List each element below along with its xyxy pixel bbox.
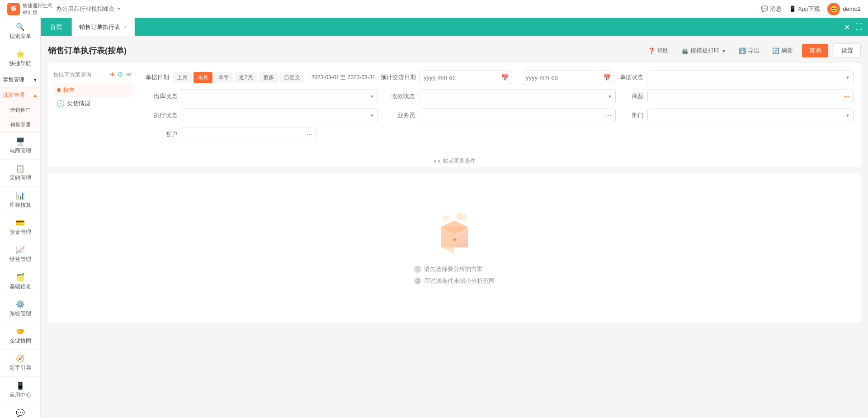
avatar: 😊 <box>827 3 840 15</box>
sidebar-item-newbie[interactable]: 🧭 新手引导 <box>0 350 40 377</box>
exec-status-select[interactable] <box>181 109 378 122</box>
scheme-circle-icon: ○ <box>57 100 64 107</box>
tab-window-actions: ✕ ⛶ <box>839 18 868 36</box>
print-chevron-icon: ▼ <box>722 48 726 53</box>
app-selector[interactable]: 办公用品行业模拟账套 ▼ <box>56 5 121 13</box>
chevron-down-icon: ▼ <box>117 6 121 11</box>
export-icon: ⬇️ <box>739 48 746 54</box>
single-status-select-wrapper: ▼ <box>647 71 854 84</box>
collection-status-group: 收款状态 ▼ <box>383 90 616 103</box>
edit-scheme-button[interactable]: ⊙ <box>118 71 123 79</box>
search-icon: 🔍 <box>16 23 25 31</box>
filter-scheme-panel: 按以下方案查询 + ⊙ ≪ 按单 ○ <box>48 63 138 154</box>
scheme-debt[interactable]: ○ 欠货情况 <box>53 97 132 110</box>
sidebar-item-sales[interactable]: 销售管理 <box>0 118 40 132</box>
finance-icon: 💳 <box>16 218 25 227</box>
sidebar-item-ecommerce[interactable]: 🖥️ 电商管理 <box>0 133 40 160</box>
sidebar-item-app-center[interactable]: 📱 应用中心 <box>0 377 40 404</box>
sidebar-item-retail[interactable]: 零售管理 ▼ <box>0 72 40 88</box>
collapse-bar[interactable]: ∧∧ 收起更多条件 <box>48 154 861 167</box>
sidebar-item-search[interactable]: 🔍 搜索菜单 <box>0 18 40 45</box>
scheme-by-order[interactable]: 按单 <box>53 83 132 97</box>
basic-icon: 🗂️ <box>16 273 25 281</box>
out-status-group: 出库状态 ▼ <box>146 90 378 103</box>
sidebar-item-marketing[interactable]: 营销推广 <box>0 103 40 118</box>
tab-close-icon[interactable]: × <box>124 24 127 30</box>
last-month-btn[interactable]: 上月 <box>173 72 192 83</box>
sidebar-item-system[interactable]: ⚙️ 系统管理 <box>0 295 40 323</box>
filter-scheme-actions: + ⊙ ≪ <box>110 71 132 79</box>
user-menu[interactable]: 😊 demo2 <box>827 3 861 15</box>
window-maximize-button[interactable]: ⛶ <box>854 21 864 33</box>
sidebar-item-purchase[interactable]: 📋 采购管理 <box>0 160 40 187</box>
help-button[interactable]: ❓ 帮助 <box>644 45 672 57</box>
filter-panel: 按以下方案查询 + ⊙ ≪ 按单 ○ <box>48 63 861 167</box>
tab-sales-exec[interactable]: 销售订单执行表 × <box>72 18 135 36</box>
department-select[interactable] <box>647 109 854 122</box>
custom-btn[interactable]: 自定义 <box>280 72 304 83</box>
wechat-icon: 💬 <box>16 408 25 417</box>
user-name-label: demo2 <box>843 5 861 12</box>
goods-input[interactable]: ··· <box>647 90 854 103</box>
tip-num-2: 2 <box>414 277 421 285</box>
top-bar: 畅 畅捷通好生意 标准版 办公用品行业模拟账套 ▼ 💬 消息 📱 App下载 😊… <box>0 0 868 18</box>
empty-tip-1: 1 请先选择要分析的方案 <box>414 263 495 275</box>
out-status-select[interactable] <box>181 90 378 103</box>
message-button[interactable]: 💬 消息 <box>761 5 782 13</box>
sidebar-item-operation[interactable]: 📈 经营管理 <box>0 241 40 268</box>
refresh-icon: 🔄 <box>772 48 779 54</box>
calendar-from-icon: 📅 <box>501 74 509 81</box>
sidebar-item-quick-nav[interactable]: ⭐ 快捷导航 <box>0 45 40 72</box>
salesperson-dots-icon[interactable]: ··· <box>606 111 612 119</box>
collection-status-label: 收款状态 <box>383 92 415 100</box>
tab-home[interactable]: 首页 <box>41 18 72 36</box>
sidebar-subsection-wholesale: 营销推广 销售管理 <box>0 103 40 133</box>
sidebar-item-finance[interactable]: 💳 资金管理 <box>0 214 40 241</box>
date-from-input[interactable] <box>420 71 512 84</box>
salesperson-label: 业务员 <box>383 111 415 119</box>
exec-status-group: 执行状态 ▼ <box>146 109 378 122</box>
page-header: 销售订单执行表(按单) ❓ 帮助 🖨️ 按模板打印 ▼ ⬇️ 导出 <box>48 43 861 58</box>
customer-group: 客户 ··· <box>146 128 316 141</box>
salesperson-input[interactable]: ··· <box>419 109 616 122</box>
collection-status-select[interactable] <box>419 90 616 103</box>
single-status-label: 单据状态 <box>620 73 643 81</box>
goods-dots-icon[interactable]: ··· <box>844 92 849 100</box>
help-icon: ❓ <box>648 48 655 54</box>
date-to-input[interactable] <box>522 71 614 84</box>
collapse-scheme-button[interactable]: ≪ <box>126 71 132 79</box>
out-status-select-wrapper: ▼ <box>181 90 378 103</box>
print-button[interactable]: 🖨️ 按模板打印 ▼ <box>678 45 730 57</box>
filter-scheme-title: 按以下方案查询 <box>53 71 91 79</box>
star-icon: ⭐ <box>16 50 25 58</box>
filter-row-1: 单据日期 上月 本月 本年 近7天 更多 自定义 2023-03-01 至 20… <box>146 71 854 84</box>
svg-rect-4 <box>456 213 467 221</box>
sidebar-item-enterprise[interactable]: 🤝 企业协同 <box>0 323 40 350</box>
department-select-wrapper: ▼ <box>647 109 854 122</box>
svg-text:★: ★ <box>452 237 457 243</box>
query-button[interactable]: 查询 <box>802 44 828 57</box>
sidebar-item-inventory[interactable]: 📊 库存核算 <box>0 187 40 214</box>
sidebar-item-basic[interactable]: 🗂️ 基础信息 <box>0 268 40 295</box>
refresh-button[interactable]: 🔄 刷新 <box>769 45 797 57</box>
settings-button[interactable]: 设置 <box>834 43 861 58</box>
inventory-icon: 📊 <box>16 191 25 200</box>
customer-dots-icon[interactable]: ··· <box>307 130 312 138</box>
sidebar-item-wholesale[interactable]: 批发管理 ▲ <box>0 88 40 103</box>
single-status-select[interactable] <box>647 71 854 84</box>
last-7days-btn[interactable]: 近7天 <box>235 72 257 83</box>
export-button[interactable]: ⬇️ 导出 <box>735 45 763 57</box>
window-close-button[interactable]: ✕ <box>842 21 852 33</box>
sidebar-item-wechat[interactable]: 💬 企业微信 <box>0 404 40 418</box>
more-btn[interactable]: 更多 <box>259 72 278 83</box>
sidebar: 🔍 搜索菜单 ⭐ 快捷导航 零售管理 ▼ 批发管理 ▲ 营销推广 销售管理 🖥️… <box>0 18 41 418</box>
this-month-btn[interactable]: 本月 <box>193 72 212 83</box>
add-scheme-button[interactable]: + <box>110 71 115 79</box>
app-download-button[interactable]: 📱 App下载 <box>789 5 820 13</box>
empty-state: ★ 1 请先选择要分析的方案 2 用过滤条件来缩小分析范围 <box>48 173 861 323</box>
customer-input[interactable]: ··· <box>181 128 316 141</box>
expected-date-group: 预计交货日期 📅 — 📅 <box>381 71 614 84</box>
collection-status-select-wrapper: ▼ <box>419 90 616 103</box>
this-year-btn[interactable]: 本年 <box>214 72 233 83</box>
exec-status-select-wrapper: ▼ <box>181 109 378 122</box>
